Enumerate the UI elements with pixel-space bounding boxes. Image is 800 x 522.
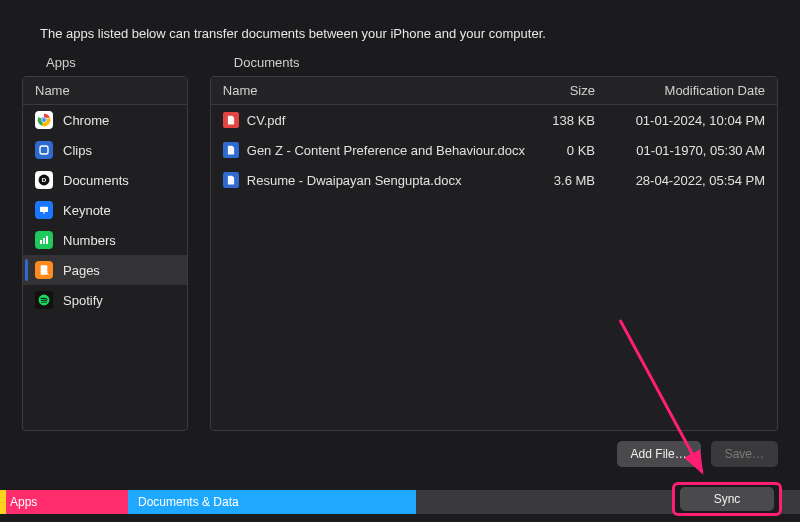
app-label: Keynote [63, 203, 111, 218]
docs-columns[interactable]: Name Size Modification Date [211, 77, 777, 105]
doc-name: Gen Z - Content Preference and Behaviour… [247, 143, 525, 158]
doc-mod: 01-01-2024, 10:04 PM [595, 113, 765, 128]
footer: Apps Documents & Data Sync [0, 482, 800, 522]
docs-table: Name Size Modification Date CV.pdf138 KB… [210, 76, 778, 431]
keynote-icon [35, 201, 53, 219]
clips-icon [35, 141, 53, 159]
docs-col-size: Size [525, 83, 595, 98]
svg-rect-9 [43, 238, 45, 244]
documents-icon: D [35, 171, 53, 189]
spotify-icon [35, 291, 53, 309]
doc-mod: 01-01-1970, 05:30 AM [595, 143, 765, 158]
apps-list: ChromeClipsDDocumentsKeynoteNumbersPages… [23, 105, 187, 430]
app-row[interactable]: Chrome [23, 105, 187, 135]
app-row[interactable]: DDocuments [23, 165, 187, 195]
storage-seg-apps: Apps [0, 490, 128, 514]
app-label: Clips [63, 143, 92, 158]
svg-point-2 [42, 118, 47, 123]
svg-rect-8 [40, 240, 42, 244]
doc-mod: 28-04-2022, 05:54 PM [595, 173, 765, 188]
doc-size: 3.6 MB [525, 173, 595, 188]
storage-seg-docs: Documents & Data [128, 490, 416, 514]
doc-row[interactable]: Resume - Dwaipayan Sengupta.docx3.6 MB28… [211, 165, 777, 195]
app-row[interactable]: Pages [23, 255, 187, 285]
app-label: Numbers [63, 233, 116, 248]
apps-columns[interactable]: Name [23, 77, 187, 105]
sync-highlight: Sync [672, 482, 782, 516]
chrome-icon [35, 111, 53, 129]
svg-rect-3 [40, 146, 48, 154]
docs-col-mod: Modification Date [595, 83, 765, 98]
file-icon [223, 112, 239, 128]
doc-row[interactable]: Gen Z - Content Preference and Behaviour… [211, 135, 777, 165]
app-label: Documents [63, 173, 129, 188]
pages-icon [35, 261, 53, 279]
svg-rect-11 [41, 265, 48, 274]
app-label: Spotify [63, 293, 103, 308]
app-row[interactable]: Keynote [23, 195, 187, 225]
file-icon [223, 172, 239, 188]
doc-size: 138 KB [525, 113, 595, 128]
doc-row[interactable]: CV.pdf138 KB01-01-2024, 10:04 PM [211, 105, 777, 135]
storage-seg-accent [0, 490, 6, 514]
save-button: Save… [711, 441, 778, 467]
app-label: Chrome [63, 113, 109, 128]
doc-name: Resume - Dwaipayan Sengupta.docx [247, 173, 525, 188]
sync-button[interactable]: Sync [680, 487, 774, 511]
content-panels: Apps Name ChromeClipsDDocumentsKeynoteNu… [0, 55, 800, 431]
apps-title: Apps [46, 55, 188, 70]
docs-col-name: Name [223, 83, 525, 98]
app-label: Pages [63, 263, 100, 278]
app-row[interactable]: Numbers [23, 225, 187, 255]
file-icon [223, 142, 239, 158]
transfer-description: The apps listed below can transfer docum… [0, 0, 800, 55]
doc-size: 0 KB [525, 143, 595, 158]
svg-rect-10 [46, 236, 48, 244]
apps-col-name: Name [35, 83, 70, 98]
doc-name: CV.pdf [247, 113, 525, 128]
apps-panel: Apps Name ChromeClipsDDocumentsKeynoteNu… [22, 55, 188, 431]
numbers-icon [35, 231, 53, 249]
apps-table: Name ChromeClipsDDocumentsKeynoteNumbers… [22, 76, 188, 431]
action-row: Add File… Save… [0, 431, 800, 467]
app-row[interactable]: Clips [23, 135, 187, 165]
add-file-button[interactable]: Add File… [617, 441, 701, 467]
docs-panel: Documents Name Size Modification Date CV… [210, 55, 778, 431]
docs-list: CV.pdf138 KB01-01-2024, 10:04 PMGen Z - … [211, 105, 777, 430]
app-row[interactable]: Spotify [23, 285, 187, 315]
svg-text:D: D [42, 176, 47, 183]
svg-rect-6 [40, 207, 48, 212]
docs-title: Documents [234, 55, 778, 70]
